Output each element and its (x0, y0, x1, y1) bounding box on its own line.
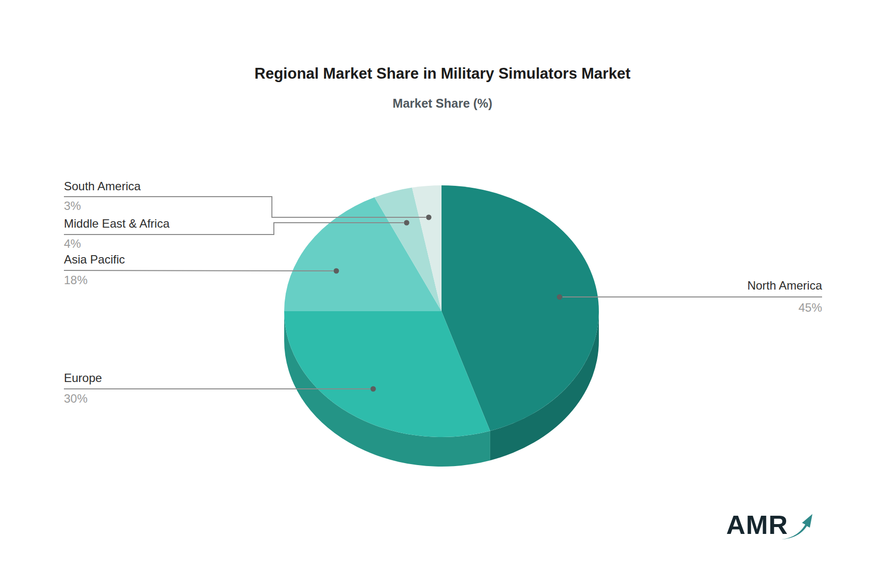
label-europe: Europe (64, 371, 102, 385)
leader-line-asia-pacific (64, 270, 333, 271)
leader-dot-north-america (557, 294, 562, 300)
label-middle-east-africa: Middle East & Africa (64, 217, 170, 231)
chart-title: Regional Market Share in Military Simula… (0, 65, 885, 83)
callout-north-america: North America 45% (625, 279, 822, 293)
value-north-america: 45% (798, 301, 822, 315)
value-south-america: 3% (64, 199, 81, 213)
label-south-america: South America (64, 179, 141, 193)
value-middle-east-africa: 4% (64, 237, 81, 251)
callout-asia-pacific: Asia Pacific 18% (64, 253, 125, 266)
leader-dot-asia-pacific (334, 268, 339, 274)
leader-dot-south-america (426, 215, 432, 220)
leader-dot-middle-east-africa (404, 220, 410, 226)
value-asia-pacific: 18% (64, 273, 88, 287)
amr-logo: AMR (726, 509, 814, 541)
chart-subtitle: Market Share (%) (0, 96, 885, 111)
callout-europe: Europe 30% (64, 371, 102, 385)
label-north-america: North America (625, 279, 822, 293)
amr-logo-text: AMR (726, 509, 788, 540)
leader-dot-europe (371, 386, 376, 392)
value-europe: 30% (64, 392, 88, 406)
label-asia-pacific: Asia Pacific (64, 253, 125, 266)
logo-arrow-icon (781, 511, 814, 541)
callout-middle-east-africa: Middle East & Africa 4% (64, 217, 170, 231)
pie-chart (0, 0, 885, 588)
callout-south-america: South America 3% (64, 179, 141, 193)
chart-canvas: Regional Market Share in Military Simula… (0, 0, 885, 588)
